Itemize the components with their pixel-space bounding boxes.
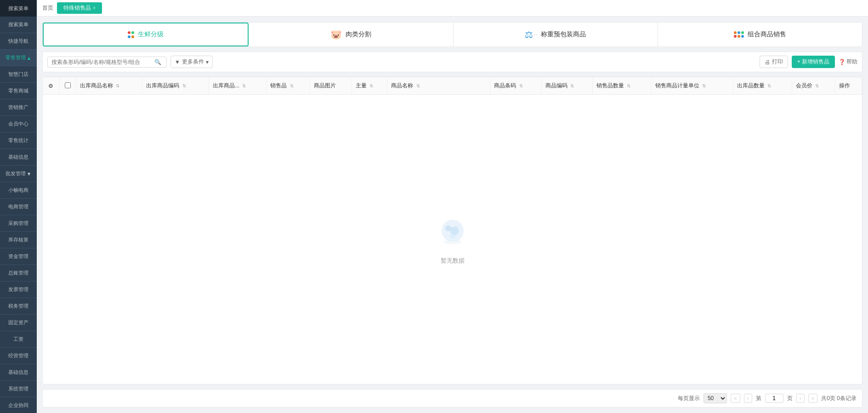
sidebar-item-retail-mgmt[interactable]: 零售管理 ▲ — [0, 50, 37, 66]
filter-chevron: ▾ — [206, 59, 209, 65]
th-out-product-code: 出库商品编码 ⇅ — [142, 77, 209, 95]
data-table: ⚙ 出库商品名称 ⇅ 出库商品编码 ⇅ — [43, 77, 862, 95]
sidebar-item-retail-stats[interactable]: 零售统计 — [0, 132, 37, 149]
help-button[interactable]: ❓ 帮助 — [839, 58, 857, 66]
help-label: 帮助 — [846, 58, 857, 66]
th-out-qty: 出库品数量 ⇅ — [733, 77, 792, 95]
per-page-select[interactable]: 50 10 20 100 — [703, 393, 727, 403]
tab-combo-label: 组合商品销售 — [748, 30, 786, 39]
home-breadcrumb[interactable]: 首页 — [42, 4, 53, 12]
pagination: 每页显示 50 10 20 100 « ‹ 第 页 › » 共0页 0条记录 — [42, 389, 862, 407]
th-product-code: 商品编码 ⇅ — [541, 77, 592, 95]
sidebar-item-ops-mgmt[interactable]: 经营管理 — [0, 348, 37, 364]
th-settings[interactable]: ⚙ — [43, 77, 59, 95]
select-all-checkbox[interactable] — [65, 82, 71, 88]
sort-icon-barcode[interactable]: ⇅ — [519, 83, 523, 88]
th-sales-unit: 销售商品计量单位 ⇅ — [651, 77, 733, 95]
tab-weight-pkg-label: 称重预包装商品 — [541, 30, 586, 39]
tab-meat-cut[interactable]: 🐷 肉类分割 — [249, 23, 453, 46]
data-table-container: ⚙ 出库商品名称 ⇅ 出库商品编码 ⇅ — [42, 77, 862, 384]
active-tab[interactable]: 特殊销售品 × — [57, 2, 102, 14]
sort-icon-out-qty[interactable]: ⇅ — [767, 83, 771, 88]
th-product-name: 商品名称 ⇅ — [387, 77, 490, 95]
tab-combo[interactable]: 组合商品销售 — [658, 23, 862, 46]
th-operation: 操作 — [835, 77, 862, 95]
help-icon: ❓ — [839, 59, 845, 65]
main-content: 首页 特殊销售品 × — [37, 0, 868, 413]
prev-page-button[interactable]: ‹ — [744, 394, 752, 403]
sidebar-item-search-menu[interactable]: 搜索菜单 — [0, 17, 37, 33]
page-input[interactable] — [765, 394, 783, 403]
last-page-button[interactable]: » — [808, 394, 818, 403]
filter-label: 更多条件 — [182, 58, 204, 66]
sidebar-item-basic-info[interactable]: 基础信息 — [0, 364, 37, 381]
empty-state-text: 暂无数据 — [441, 257, 465, 265]
svg-point-5 — [455, 225, 459, 229]
th-sales-product: 销售品 ⇅ — [267, 77, 310, 95]
th-out-product-name: 出库商品名称 ⇅ — [76, 77, 142, 95]
sidebar-item-fund-mgmt[interactable]: 资金管理 — [0, 248, 37, 265]
filter-button[interactable]: ▼ 更多条件 ▾ — [170, 56, 213, 68]
sidebar-item-sales-promo[interactable]: 营销推广 — [0, 99, 37, 116]
sort-icon-out-product-detail[interactable]: ⇅ — [242, 83, 246, 88]
sort-icon-out-product-name[interactable]: ⇅ — [116, 83, 119, 88]
sort-icon-sales-qty[interactable]: ⇅ — [627, 83, 630, 88]
next-page-button[interactable]: › — [796, 394, 805, 403]
sidebar-item-smart-store[interactable]: 智慧门店 — [0, 66, 37, 83]
sidebar-item-quick-nav[interactable]: 快捷导航 — [0, 33, 37, 50]
print-button[interactable]: 🖨 打印 — [760, 56, 788, 68]
sidebar-item-member-center[interactable]: 会员中心 — [0, 116, 37, 132]
sidebar-item-sys-mgmt[interactable]: 系统管理 — [0, 381, 37, 397]
th-checkbox[interactable] — [59, 77, 76, 95]
print-icon: 🖨 — [765, 59, 770, 65]
sort-icon-member-price[interactable]: ⇅ — [815, 83, 819, 88]
sidebar-logo: 搜索菜单 — [0, 0, 37, 17]
page-unit: 页 — [787, 395, 793, 402]
search-input[interactable] — [51, 59, 153, 65]
sidebar-item-company-agreement[interactable]: 企业协同 — [0, 397, 37, 413]
search-icon[interactable]: 🔍 — [154, 59, 161, 65]
sort-icon-sales-product[interactable]: ⇅ — [290, 83, 294, 88]
search-box: 🔍 — [47, 57, 167, 68]
content-area: 生鲜分级 🐷 肉类分割 ⚖ · · 称重预包装商品 — [37, 17, 868, 413]
sidebar-item-salary[interactable]: 工资 — [0, 331, 37, 348]
scale-icon: ⚖ · · — [525, 29, 538, 40]
sidebar-item-fixed-assets[interactable]: 固定资产 — [0, 315, 37, 331]
sidebar-item-invoice-mgmt[interactable]: 发票管理 — [0, 281, 37, 298]
topbar: 首页 特殊销售品 × — [37, 0, 868, 17]
chevron-down-icon-wholesale: ▼ — [27, 171, 32, 177]
tab-meat-cut-label: 肉类分割 — [346, 30, 371, 39]
empty-state-icon — [434, 214, 471, 251]
page-label: 第 — [756, 395, 761, 402]
settings-icon[interactable]: ⚙ — [48, 83, 53, 89]
sidebar-item-wholesale-mgmt[interactable]: 批发管理 ▼ — [0, 166, 37, 182]
sidebar-item-inventory[interactable]: 库存核算 — [0, 232, 37, 248]
sidebar-item-general-ledger[interactable]: 总账管理 — [0, 265, 37, 281]
sidebar-item-retail-mall[interactable]: 零售商城 — [0, 83, 37, 99]
first-page-button[interactable]: « — [731, 394, 740, 403]
toolbar-right: 🖨 打印 + 新增销售品 ❓ 帮助 — [760, 56, 857, 68]
toolbar: 🔍 ▼ 更多条件 ▾ 🖨 打印 + 新增销售品 ❓ 帮助 — [42, 52, 862, 72]
sort-icon-out-product-code[interactable]: ⇅ — [182, 83, 186, 88]
tab-fresh-grade[interactable]: 生鲜分级 — [43, 23, 249, 46]
th-product-image: 商品图片 — [310, 77, 352, 95]
sidebar-item-tax-mgmt[interactable]: 税务管理 — [0, 298, 37, 315]
category-tabs: 生鲜分级 🐷 肉类分割 ⚖ · · 称重预包装商品 — [42, 22, 862, 47]
add-sales-product-button[interactable]: + 新增销售品 — [792, 56, 835, 68]
filter-icon: ▼ — [175, 59, 180, 65]
sort-icon-sales-unit[interactable]: ⇅ — [702, 83, 706, 88]
sidebar-item-basic-info-retail[interactable]: 基础信息 — [0, 149, 37, 166]
sort-icon-main-unit[interactable]: ⇅ — [369, 83, 373, 88]
sidebar-item-mini-ecomm[interactable]: 小畅电商 — [0, 182, 37, 199]
sort-icon-product-name[interactable]: ⇅ — [416, 83, 420, 88]
sort-icon-product-code[interactable]: ⇅ — [570, 83, 574, 88]
th-main-unit: 主量 ⇅ — [352, 77, 387, 95]
tab-close-icon[interactable]: × — [93, 6, 96, 11]
tab-weight-pkg[interactable]: ⚖ · · 称重预包装商品 — [454, 23, 658, 46]
sidebar-item-ecomm-mgmt[interactable]: 电商管理 — [0, 199, 37, 215]
print-label: 打印 — [772, 58, 783, 66]
th-barcode: 商品条码 ⇅ — [490, 77, 541, 95]
sidebar-item-purchase-mgmt[interactable]: 采购管理 — [0, 215, 37, 232]
sidebar: 搜索菜单 搜索菜单 快捷导航 零售管理 ▲ 智慧门店 零售商城 营销推广 会员中… — [0, 0, 37, 413]
toolbar-left: 🔍 ▼ 更多条件 ▾ — [47, 56, 213, 68]
